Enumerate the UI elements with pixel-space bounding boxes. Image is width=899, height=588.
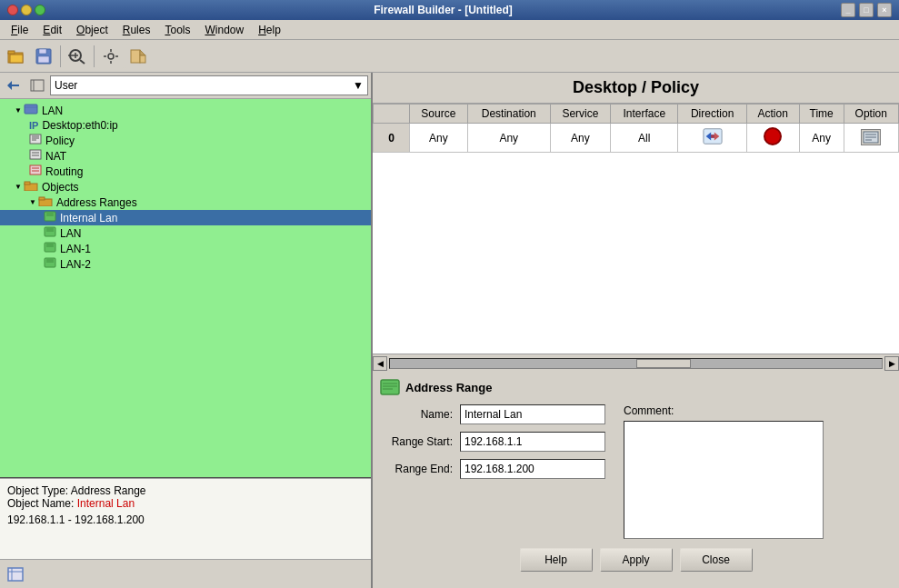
svg-line-7 [80,60,85,64]
cell-option[interactable] [844,124,898,153]
object-type-value: Address Range [71,484,146,497]
open-button[interactable] [4,44,29,69]
scroll-left-btn[interactable]: ◀ [373,356,387,371]
addr-range-title: Address Range [405,381,492,394]
expand-icon: ▼ [15,106,22,115]
menu-rules[interactable]: Rules [115,22,158,38]
cell-time[interactable]: Any [799,124,844,153]
action-buttons: Help Apply Close [380,539,892,581]
scroll-right-btn[interactable]: ▶ [884,356,899,371]
col-destination: Destination [467,105,550,124]
maximize-window-btn[interactable] [35,5,45,15]
comment-textarea[interactable] [624,421,824,539]
addrrange-icon [44,226,56,240]
tree-item-lan-range[interactable]: LAN [0,225,371,241]
tree-item-lan[interactable]: ▼ LAN [0,103,371,118]
menu-file[interactable]: File [4,22,35,38]
col-interface: Interface [610,105,678,124]
range-start-input[interactable] [460,432,605,452]
zoom-button[interactable] [65,44,90,69]
range-end-input[interactable] [460,459,605,479]
scroll-thumb[interactable] [636,359,691,368]
svg-rect-21 [25,105,37,114]
ip-icon: IP [29,120,38,131]
addrrange-icon [44,242,56,255]
svg-rect-1 [8,51,15,54]
svg-rect-17 [140,55,145,63]
tree-item-routing[interactable]: Routing [0,164,371,179]
main-container: User ▼ ▼ LAN IP Desktop:eth0:ip P [0,73,899,588]
tree-item-label: LAN [42,105,63,117]
view-button[interactable] [4,563,27,586]
minimize-window-btn[interactable] [21,5,32,15]
address-range-panel: Address Range Name: Range Start: Range E… [373,372,899,588]
tree-item-label: Policy [45,135,75,147]
svg-rect-15 [131,50,140,63]
svg-rect-59 [381,380,399,394]
save-button[interactable] [31,44,56,69]
tree-item-desktop-ip[interactable]: IP Desktop:eth0:ip [0,118,371,133]
policy-table: Source Destination Service Interface Dir… [373,104,899,153]
cell-destination[interactable]: Any [467,124,550,153]
svg-rect-49 [8,568,23,581]
cell-interface[interactable]: All [610,124,678,153]
win-minimize-btn[interactable]: _ [841,3,855,17]
back-button[interactable] [3,75,25,95]
policy-table-area: Source Destination Service Interface Dir… [373,104,899,354]
close-window-btn[interactable] [7,5,18,15]
policy-scrollbar[interactable]: ◀ ▶ [373,354,899,372]
col-source: Source [410,105,468,124]
tree-item-policy[interactable]: Policy [0,133,371,148]
user-selector[interactable]: User ▼ [50,75,368,95]
cell-action[interactable] [746,124,799,153]
bottom-toolbar [0,559,371,588]
menu-window[interactable]: Window [197,22,251,38]
close-button[interactable]: Close [680,548,753,572]
menu-help[interactable]: Help [251,22,288,38]
cell-service[interactable]: Any [550,124,610,153]
win-restore-btn[interactable]: □ [859,3,874,17]
tree-item-label: LAN-2 [60,258,91,271]
settings-button[interactable] [98,44,124,69]
range-start-label: Range Start: [380,435,453,448]
menu-object[interactable]: Object [69,22,115,38]
cell-source[interactable]: Any [410,124,468,153]
dropdown-arrow: ▼ [353,79,364,92]
import-button[interactable] [125,44,151,69]
tree-view-button[interactable] [26,75,48,95]
folder-icon [38,195,53,209]
tree-item-lan1[interactable]: LAN-1 [0,241,371,256]
range-end-row: Range End: [380,459,605,479]
svg-marker-18 [7,81,19,90]
tree-item-address-ranges[interactable]: ▼ Address Ranges [0,194,371,210]
name-row: Name: [380,404,605,424]
col-direction: Direction [678,105,746,124]
tree-item-objects[interactable]: ▼ Objects [0,179,371,194]
folder-icon [24,180,38,194]
menu-tools[interactable]: Tools [157,22,197,38]
action-deny-icon [764,127,782,145]
cell-direction[interactable] [678,124,746,153]
tree-item-nat[interactable]: NAT [0,148,371,164]
menu-bar: File Edit Object Rules Tools Window Help [0,20,899,40]
tree-item-lan2[interactable]: LAN-2 [0,256,371,272]
addr-range-header-icon [380,379,400,395]
object-range-row: 192.168.1.1 - 192.168.1.200 [7,513,364,526]
svg-rect-36 [39,197,45,200]
tree-item-internal-lan[interactable]: Internal Lan [0,210,371,225]
table-row[interactable]: 0 Any Any Any All [374,124,899,153]
apply-button[interactable]: Apply [600,548,673,572]
name-input[interactable] [460,404,605,424]
tree-item-label: LAN-1 [60,243,91,255]
tree-area[interactable]: ▼ LAN IP Desktop:eth0:ip Policy [0,99,371,477]
address-form: Name: Range Start: Range End: [380,404,605,539]
object-range-value: 192.168.1.1 - 192.168.1.200 [7,513,145,526]
addrrange-icon [44,211,56,224]
expand-icon: ▼ [15,183,22,191]
menu-edit[interactable]: Edit [35,22,69,38]
svg-marker-16 [140,50,145,55]
help-button[interactable]: Help [520,548,593,572]
win-close-btn[interactable]: × [877,3,892,17]
scroll-track[interactable] [389,358,883,369]
svg-rect-34 [25,182,30,184]
